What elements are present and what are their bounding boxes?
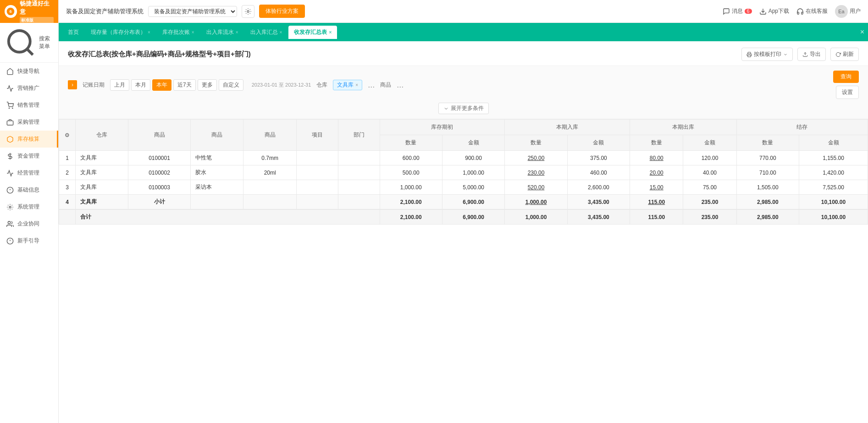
row1-warehouse: 文具库 (76, 151, 128, 165)
row3-in-qty-link: 520.00 (528, 184, 545, 191)
online-service-label: 在线客服 (806, 7, 828, 15)
date-btn-this-year[interactable]: 本年 (152, 79, 171, 91)
topbar-right: 消息 6 App下载 在线客服 Ea 用户 (723, 5, 861, 18)
print-icon (746, 52, 752, 57)
quick-nav-label: 快捷导航 (17, 67, 39, 75)
subtotal-row: 4 文具库 小计 2,100.00 6,900.00 1,000.00 3,43… (59, 195, 868, 210)
tab-inout-summary-label: 出入库汇总 (250, 28, 278, 36)
refresh-btn[interactable]: 刷新 (830, 48, 859, 61)
subtotal-in-qty-link: 1,000.00 (525, 199, 547, 205)
goods-more-btn[interactable]: ... (397, 81, 404, 89)
sidebar-item-sales[interactable]: 销售管理 (0, 97, 58, 114)
date-btn-more[interactable]: 更多 (198, 79, 217, 91)
col-opening-amount-header: 金额 (442, 135, 504, 151)
tab-inventory-dist[interactable]: 现存量（库存分布表） × (85, 26, 156, 39)
tab-inventory-dist-label: 现存量（库存分布表） (91, 28, 146, 36)
sidebar-item-enterprise[interactable]: 企业协同 (0, 215, 58, 232)
date-label: 记账日期 (83, 81, 105, 89)
warehouse-more-btn[interactable]: ... (368, 81, 375, 89)
app-download-btn[interactable]: App下载 (759, 7, 789, 15)
date-btn-7days[interactable]: 近7天 (173, 79, 196, 91)
subtotal-out-amount: 235.00 (683, 195, 736, 210)
date-btn-custom[interactable]: 自定义 (219, 79, 243, 91)
tabs-close-all[interactable]: × (860, 28, 864, 36)
row2-out-qty-link: 20.00 (650, 170, 663, 176)
row3-out-qty-link: 15.00 (650, 184, 663, 191)
expand-conditions-btn[interactable]: 展开更多条件 (438, 103, 489, 114)
system-select[interactable]: 装备及固定资产辅助管理系统 (148, 6, 237, 17)
sidebar-item-quick-nav[interactable]: 快捷导航 (0, 63, 58, 80)
info-icon (6, 187, 14, 194)
system-icon (6, 203, 14, 211)
date-btn-this-month[interactable]: 本月 (131, 79, 150, 91)
set-btn[interactable]: 设置 (836, 86, 859, 99)
row3-in-qty[interactable]: 520.00 (505, 180, 567, 195)
col-outbound-qty-header: 数量 (630, 135, 683, 151)
col-opening-qty-header: 数量 (380, 135, 442, 151)
row1-in-qty[interactable]: 250.00 (505, 151, 567, 165)
row3-out-qty[interactable]: 15.00 (630, 180, 683, 195)
row1-out-amount: 120.00 (683, 151, 736, 165)
row1-in-amount: 375.00 (567, 151, 630, 165)
sidebar-item-guide[interactable]: 新手引导 (0, 232, 58, 249)
col-outbound-header: 本期出库 (630, 120, 736, 135)
sidebar-item-marketing[interactable]: 营销推广 (0, 80, 58, 97)
subtotal-out-qty[interactable]: 115.00 (630, 195, 683, 210)
sidebar-item-basic-info[interactable]: 基础信息 (0, 181, 58, 198)
enterprise-label: 企业协同 (17, 220, 39, 228)
tab-recv-send[interactable]: 收发存汇总表 × (288, 26, 337, 39)
total-opening-amount: 6,900.00 (442, 209, 504, 225)
sidebar-item-inventory[interactable]: 库存核算 (0, 131, 58, 148)
message-badge: 6 (745, 9, 752, 14)
sidebar-item-system[interactable]: 系统管理 (0, 198, 58, 215)
collapse-arrow[interactable]: › (68, 80, 77, 89)
experience-btn[interactable]: 体验行业方案 (259, 5, 305, 18)
tab-inout-flow-close[interactable]: × (236, 30, 238, 35)
message-btn[interactable]: 消息 6 (723, 7, 752, 15)
print-btn[interactable]: 按模板打印 (741, 48, 793, 61)
tab-inventory-dist-close[interactable]: × (148, 30, 150, 35)
megaphone-icon (6, 85, 14, 92)
page-header: 收发存汇总表(按仓库+商品编码+商品+规格型号+项目+部门) 按模板打印 导出 … (59, 41, 868, 66)
tab-inout-summary-close[interactable]: × (280, 30, 282, 35)
col-project-header: 项目 (297, 120, 338, 151)
sidebar-item-operations[interactable]: 经营管理 (0, 165, 58, 181)
row1-out-qty[interactable]: 80.00 (630, 151, 683, 165)
warehouse-tag[interactable]: 文具库 × (333, 80, 362, 90)
total-opening-qty: 2,100.00 (380, 209, 442, 225)
sidebar-item-finance[interactable]: 资金管理 (0, 148, 58, 165)
home-icon (6, 68, 14, 75)
tab-bar: 首页 现存量（库存分布表） × 库存批次账 × 出入库流水 × 出入库汇总 × … (59, 23, 868, 41)
row3-no: 3 (59, 180, 76, 195)
tab-recv-send-close[interactable]: × (329, 30, 332, 35)
export-btn[interactable]: 导出 (797, 48, 826, 61)
sidebar-item-purchase[interactable]: 采购管理 (0, 114, 58, 131)
total-out-qty: 115.00 (630, 209, 683, 225)
warehouse-tag-close[interactable]: × (355, 82, 358, 88)
col-settings-header[interactable]: ⚙ (59, 120, 76, 151)
tab-batch-close[interactable]: × (192, 30, 194, 35)
tab-home[interactable]: 首页 (62, 26, 84, 39)
date-btn-prev-month[interactable]: 上月 (110, 79, 129, 91)
tab-inout-summary[interactable]: 出入库汇总 × (245, 26, 288, 39)
row2-in-qty[interactable]: 230.00 (505, 165, 567, 180)
row2-goods-name: 胶水 (191, 165, 243, 180)
col-inbound-amount-header: 金额 (567, 135, 630, 151)
online-service-btn[interactable]: 在线客服 (796, 7, 828, 15)
query-btn[interactable]: 查询 (833, 71, 859, 83)
settings-button[interactable] (242, 5, 254, 18)
sidebar-nav: 快捷导航 营销推广 销售管理 采购管理 库存核算 资金管理 经营管理 基础信息 (0, 63, 58, 423)
subtotal-bal-amount: 10,100.00 (799, 195, 868, 210)
row3-warehouse: 文具库 (76, 180, 128, 195)
tab-batch[interactable]: 库存批次账 × (157, 26, 200, 39)
sidebar-item-search[interactable]: 搜索菜单 (0, 23, 58, 63)
app-download-label: App下载 (768, 7, 789, 15)
tab-inout-flow[interactable]: 出入库流水 × (201, 26, 244, 39)
row2-out-qty[interactable]: 20.00 (630, 165, 683, 180)
system-label: 系统管理 (17, 203, 39, 211)
sidebar: 6 畅捷通好生意 标准版 搜索菜单 快捷导航 营销推广 销售管理 采购管理 库存 (0, 0, 59, 423)
user-area[interactable]: Ea 用户 (835, 5, 861, 18)
col-goods-code-header: 商品 (128, 120, 190, 151)
subtotal-in-qty[interactable]: 1,000.00 (505, 195, 567, 210)
main-area: 装备及固定资产辅助管理系统 装备及固定资产辅助管理系统 体验行业方案 消息 6 … (59, 0, 868, 423)
